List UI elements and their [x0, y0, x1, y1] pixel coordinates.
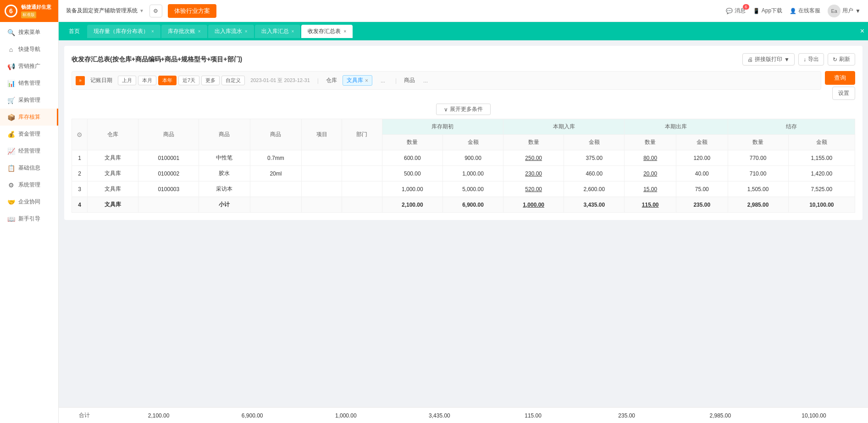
app-download-button[interactable]: 📱 App下载: [753, 7, 782, 15]
sidebar-item-quicknav[interactable]: ⌂ 快捷导航: [0, 41, 58, 58]
close-tabs-button[interactable]: ×: [860, 27, 864, 35]
sidebar-item-basic[interactable]: 📋 基础信息: [0, 159, 58, 176]
date-btn-7days[interactable]: 近7天: [178, 76, 199, 85]
row-in-amt: 2,600.00: [564, 181, 625, 197]
sidebar-item-collab[interactable]: 🤝 企业协同: [0, 193, 58, 210]
row-bal-qty: 770.00: [728, 150, 788, 166]
search-icon: 🔍: [7, 29, 15, 36]
row-code: 0100002: [138, 166, 199, 181]
sidebar-item-inventory[interactable]: 📦 库存核算: [0, 109, 58, 126]
tab-label: 现存量（库存分布表）: [94, 27, 149, 35]
service-icon: 👤: [790, 8, 796, 14]
date-btn-more[interactable]: 更多: [201, 76, 220, 85]
col-name-header: 商品: [199, 119, 250, 150]
sidebar-item-guide[interactable]: 📖 新手引导: [0, 210, 58, 227]
row-bal-amt: 1,155.00: [788, 150, 855, 166]
row-warehouse: 文具库: [88, 166, 138, 181]
trial-button[interactable]: 体验行业方案: [168, 4, 216, 18]
purchase-icon: 🛒: [7, 97, 15, 104]
warehouse-more-button[interactable]: ...: [378, 77, 388, 85]
system-selector[interactable]: 装备及固定资产辅助管理系统 ▼: [66, 7, 144, 15]
close-icon[interactable]: ×: [151, 29, 154, 34]
sidebar-item-sales[interactable]: 📊 销售管理: [0, 75, 58, 92]
column-settings-icon[interactable]: ⚙: [77, 131, 83, 138]
message-button[interactable]: 💬 消息 6: [726, 7, 746, 15]
date-btn-this-year[interactable]: 本年: [158, 76, 177, 85]
close-icon[interactable]: ×: [343, 29, 346, 34]
row-in-qty[interactable]: 230.00: [503, 166, 564, 181]
sidebar-header: 6 畅捷通好生意 标准版: [0, 0, 58, 22]
sidebar-item-search[interactable]: 🔍 搜索菜单: [0, 24, 58, 41]
filter-row: » 记账日期 上月 本月 本年 近7天 更多 自定义 2023-01-01 至 …: [72, 71, 821, 90]
row-in-qty[interactable]: 520.00: [503, 181, 564, 197]
sidebar-item-label: 库存核算: [18, 113, 40, 121]
close-icon[interactable]: ×: [292, 29, 294, 34]
expand-more-button[interactable]: ∨ 展开更多条件: [436, 104, 491, 115]
row-out-qty[interactable]: 15.00: [625, 181, 676, 197]
home-icon: ⌂: [7, 46, 15, 53]
footer-in-amt: 3,435.00: [393, 412, 486, 419]
expand-more-icon: ∨: [444, 106, 448, 113]
query-button[interactable]: 查询: [825, 71, 855, 85]
sidebar-item-finance[interactable]: 💰 资金管理: [0, 126, 58, 143]
row-spec: [250, 181, 302, 197]
chevron-down-icon: ▼: [139, 8, 144, 13]
system-title: 装备及固定资产辅助管理系统: [66, 7, 138, 15]
tab-home[interactable]: 首页: [62, 25, 86, 38]
remove-warehouse-icon[interactable]: ×: [365, 77, 368, 84]
tab-inventory-dist[interactable]: 现存量（库存分布表） ×: [87, 25, 160, 38]
row-spec: 0.7mm: [250, 150, 302, 166]
print-button[interactable]: 🖨 拼接版打印 ▼: [742, 53, 795, 66]
tab-label: 出入库流水: [215, 27, 242, 35]
online-service-button[interactable]: 👤 在线客服: [790, 7, 820, 15]
settings-button[interactable]: ⚙: [149, 5, 162, 17]
warehouse-tag[interactable]: 文具库 ×: [343, 75, 372, 86]
sidebar-item-marketing[interactable]: 📢 营销推广: [0, 58, 58, 75]
date-filter-label: 记账日期: [90, 77, 112, 84]
close-icon[interactable]: ×: [245, 29, 248, 34]
row-out-amt: 120.00: [676, 150, 728, 166]
date-btn-this-month[interactable]: 本月: [138, 76, 156, 85]
sidebar-item-operation[interactable]: 📈 经营管理: [0, 143, 58, 159]
tab-batch[interactable]: 库存批次账 ×: [161, 25, 207, 38]
export-button[interactable]: ↓ 导出: [798, 53, 824, 66]
table-settings-header[interactable]: ⚙: [72, 119, 88, 150]
finance-icon: 💰: [7, 131, 15, 138]
row-out-qty[interactable]: 20.00: [625, 166, 676, 181]
row-init-amt: 1,000.00: [442, 166, 503, 181]
row-out-qty[interactable]: 80.00: [625, 150, 676, 166]
user-menu[interactable]: Ea 用户 ▼: [828, 5, 861, 17]
close-icon[interactable]: ×: [198, 29, 201, 34]
download-icon: 📱: [753, 8, 760, 14]
sidebar-item-system[interactable]: ⚙ 系统管理: [0, 176, 58, 193]
row-out-qty[interactable]: 115.00: [625, 197, 676, 213]
filter-expand-button[interactable]: »: [76, 76, 85, 85]
row-num: 4: [72, 197, 88, 213]
row-init-qty: 2,100.00: [382, 197, 442, 213]
row-in-qty[interactable]: 250.00: [503, 150, 564, 166]
warehouse-tag-text: 文具库: [347, 77, 363, 84]
row-in-qty[interactable]: 1,000.00: [503, 197, 564, 213]
row-init-qty: 1,000.00: [382, 181, 442, 197]
col-in-amt: 金额: [564, 135, 625, 150]
goods-filter-label: 商品: [404, 77, 415, 84]
goods-more-button[interactable]: ...: [420, 77, 431, 85]
date-btn-custom[interactable]: 自定义: [221, 76, 245, 85]
row-project: [302, 197, 342, 213]
footer-out-amt: 235.00: [580, 412, 674, 419]
footer-bal-amt: 10,100.00: [767, 412, 861, 419]
sidebar-item-label: 资金管理: [18, 130, 40, 138]
tab-inout-summary[interactable]: 出入库汇总 ×: [255, 25, 301, 38]
row-num: 3: [72, 181, 88, 197]
filter-right-actions: 查询 设置: [825, 71, 855, 100]
sidebar-item-purchase[interactable]: 🛒 采购管理: [0, 92, 58, 109]
set-button[interactable]: 设置: [832, 87, 855, 100]
tab-recv-summary[interactable]: 收发存汇总表 ×: [301, 25, 353, 38]
operation-icon: 📈: [7, 148, 15, 155]
date-btn-last-month[interactable]: 上月: [118, 76, 136, 85]
inventory-icon: 📦: [7, 114, 15, 121]
tab-inout-flow[interactable]: 出入库流水 ×: [208, 25, 254, 38]
row-project: [302, 150, 342, 166]
page-container: 收发存汇总表(按仓库+商品编码+商品+规格型号+项目+部门) 🖨 拼接版打印 ▼…: [64, 46, 862, 220]
refresh-button[interactable]: ↻ 刷新: [828, 53, 855, 66]
